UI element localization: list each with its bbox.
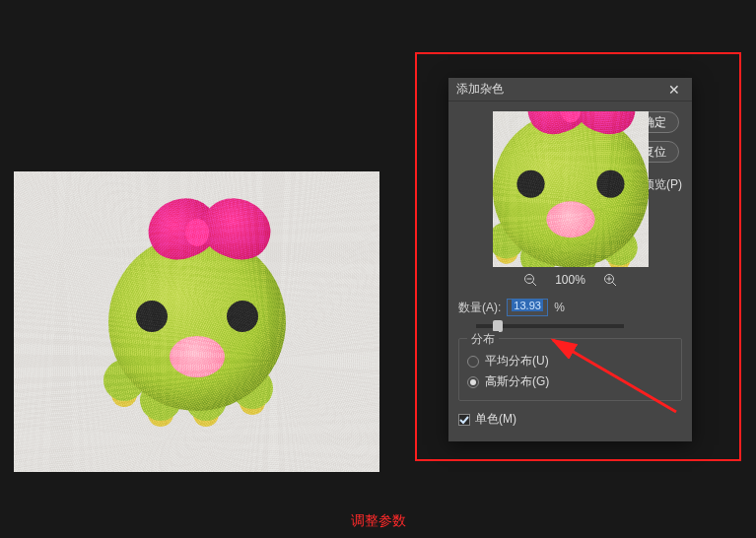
caption-text: 调整参数 xyxy=(0,512,756,530)
uniform-radio[interactable] xyxy=(467,356,479,368)
monochrome-checkbox-row[interactable]: 单色(M) xyxy=(458,411,682,428)
gaussian-radio-row[interactable]: 高斯分布(G) xyxy=(467,373,673,390)
svg-line-1 xyxy=(532,282,536,286)
preview-thumbnail[interactable] xyxy=(493,111,649,267)
gaussian-radio-label: 高斯分布(G) xyxy=(485,373,549,390)
amount-input[interactable]: 13.93 xyxy=(507,299,548,316)
distribution-fieldset: 分布 平均分布(U) 高斯分布(G) xyxy=(458,338,682,401)
uniform-radio-row[interactable]: 平均分布(U) xyxy=(467,353,673,370)
noise-effect xyxy=(14,171,379,472)
close-icon[interactable]: ✕ xyxy=(664,82,684,98)
preview-checkbox-label: 预览(P) xyxy=(643,176,682,193)
amount-label: 数量(A): xyxy=(458,300,501,316)
monochrome-checkbox-label: 单色(M) xyxy=(475,411,516,428)
uniform-radio-label: 平均分布(U) xyxy=(485,353,549,370)
gaussian-radio[interactable] xyxy=(467,376,479,388)
highlight-frame: 添加杂色 ✕ 确定 复位 预览(P) xyxy=(415,52,741,461)
amount-suffix: % xyxy=(554,301,565,314)
amount-slider[interactable] xyxy=(476,324,624,328)
document-canvas xyxy=(14,171,379,472)
add-noise-dialog: 添加杂色 ✕ 确定 复位 预览(P) xyxy=(448,78,692,441)
svg-line-4 xyxy=(612,282,616,286)
dialog-titlebar: 添加杂色 ✕ xyxy=(448,78,692,101)
dialog-title: 添加杂色 xyxy=(456,81,504,98)
monochrome-checkbox[interactable] xyxy=(458,414,470,426)
zoom-out-icon[interactable] xyxy=(523,273,537,287)
zoom-percent-label: 100% xyxy=(555,273,585,287)
distribution-legend: 分布 xyxy=(467,331,499,348)
zoom-in-icon[interactable] xyxy=(603,273,617,287)
